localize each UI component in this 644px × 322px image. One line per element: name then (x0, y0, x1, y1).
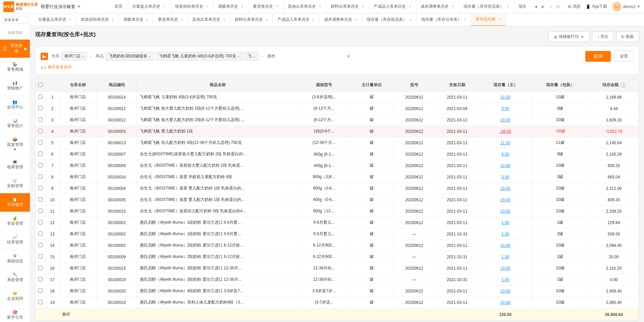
close-tab-chengben[interactable]: × (450, 4, 455, 9)
top-tab-yaohuo[interactable]: 要货单历史 × (249, 0, 284, 13)
close-tab-cailiao[interactable]: × (361, 4, 365, 9)
row-qty-main[interactable]: 10.00 (480, 297, 531, 308)
row-checkbox[interactable] (36, 285, 46, 297)
sidebar-item-jichu[interactable]: ⚙ 基础信息 (0, 250, 30, 268)
sidebar-item-yingxiao[interactable]: 📢 营销推广 (0, 77, 30, 96)
sec-tab-xianzai1[interactable]: 现存量（库存状况表） × (362, 13, 417, 26)
row-checkbox[interactable] (36, 137, 46, 149)
row-qty-main[interactable]: -39.00 (480, 126, 531, 137)
product-tag-1[interactable]: 飞鹤奶粉3段四罐提装 × (106, 52, 154, 60)
warehouse-tag[interactable]: 南岸门店 × (61, 52, 87, 60)
row-qty-main[interactable]: 10.00 (480, 194, 531, 206)
close-tab-fenbi[interactable]: × (162, 4, 167, 9)
sec-tab-xianzai2[interactable]: 现存量（库存分布表） × (417, 13, 471, 26)
sec-close-zuhe[interactable]: × (112, 18, 114, 21)
product-remove-2[interactable]: × (237, 54, 239, 58)
row-qty-main[interactable]: 10.00 (480, 263, 531, 274)
row-checkbox[interactable] (36, 240, 46, 251)
sec-close-xianzai1[interactable]: × (410, 18, 412, 21)
search-input[interactable] (2, 16, 28, 23)
row-checkbox[interactable] (36, 274, 46, 285)
row-checkbox[interactable] (36, 194, 46, 206)
row-checkbox[interactable] (36, 171, 46, 183)
row-checkbox[interactable] (36, 183, 46, 194)
sidebar-item-quicknav[interactable]: 快捷导航 (0, 26, 30, 40)
row-qty-main[interactable]: 10.00 (480, 160, 531, 171)
row-checkbox[interactable] (36, 217, 46, 228)
tab-next-arrow[interactable]: ▶ (540, 3, 546, 10)
sec-close-cailiao[interactable]: × (266, 18, 268, 21)
breadcrumb[interactable]: 母婴行业演示账套 ▼ (41, 4, 81, 10)
row-checkbox[interactable] (36, 126, 46, 137)
row-checkbox[interactable] (36, 206, 46, 217)
balance-info-icon[interactable]: i (621, 83, 625, 88)
top-tab-qitachuku[interactable]: 其他出库单历史 × (284, 0, 327, 13)
setting-btn[interactable]: 设置 (614, 51, 634, 62)
row-checkbox[interactable] (36, 160, 46, 171)
top-tab-fenbi[interactable]: 分量盘点单历史 × (128, 0, 171, 13)
row-qty-main[interactable]: 10.00 (480, 114, 531, 126)
sec-close-chengben[interactable]: × (355, 18, 357, 21)
row-qty-main[interactable]: 0.00 (480, 103, 531, 114)
sec-tab-qitachuku[interactable]: 其他出库单历史 × (187, 13, 230, 26)
row-qty-main[interactable]: 10.00 (480, 206, 531, 217)
close-tab-zuhe[interactable]: × (205, 4, 210, 9)
message-btn[interactable]: ✉ 消息 (568, 4, 581, 9)
sidebar-item-lingshoutongji[interactable]: 📊 零售统计 (0, 114, 30, 133)
product-tag-2[interactable]: 飞鹤星飞帆 儿童奶粉 4段(3-6岁适用) 700克 × (156, 52, 243, 60)
sec-tab-yaohuo[interactable]: 要货单历史 × (153, 13, 188, 26)
row-qty-main[interactable]: 2.00 (480, 228, 531, 240)
tab-more-arrow[interactable]: ⊡ (554, 3, 561, 10)
row-qty-main[interactable]: 11.00 (480, 137, 531, 149)
top-tab-home[interactable]: 首页 (109, 0, 128, 13)
row-qty-main[interactable]: 10.00 (480, 183, 531, 194)
tab-close-arrow[interactable]: × (547, 3, 554, 10)
sec-tab-zuhe[interactable]: 组装拆卸单历史 × (76, 13, 119, 26)
top-tab-zuhe[interactable]: 组装拆卸单历史 × (171, 0, 214, 13)
sidebar-item-caigougly[interactable]: 🛒 采购管理 (0, 174, 30, 193)
row-checkbox[interactable] (36, 114, 46, 126)
sec-close-kucun[interactable]: × (498, 17, 500, 21)
row-qty-main[interactable]: 3.00 (480, 171, 531, 183)
sidebar-item-dianshanggly[interactable]: 💻 电商管理 (0, 156, 30, 174)
sidebar-item-pifa[interactable]: 📦 批发管理 ▼ (0, 133, 30, 156)
expand-filter-btn[interactable]: ▶ (41, 53, 48, 60)
sidebar-item-xinshou[interactable]: 🎯 新手引导 (0, 306, 30, 322)
close-tab-tiaocuo[interactable]: × (240, 4, 245, 9)
sec-tab-fenbi[interactable]: 分量盘点单历史 × (34, 13, 76, 26)
sidebar-item-jingyingly[interactable]: 📈 经营管理 (0, 231, 30, 250)
sidebar-item-qiye[interactable]: 🤝 企业协同 (0, 287, 30, 306)
sec-tab-tiaocuo[interactable]: 调拨单历史 × (119, 13, 153, 26)
row-qty-main[interactable]: 1.00 (480, 274, 531, 285)
row-checkbox[interactable] (36, 251, 46, 263)
sec-tab-cailiao[interactable]: 材料出库单历史 × (230, 13, 273, 26)
sec-close-xianzai2[interactable]: × (464, 18, 466, 21)
close-tab-qitachuku[interactable]: × (318, 4, 322, 9)
row-qty-main[interactable]: 1.00 (480, 251, 531, 263)
row-checkbox[interactable] (36, 92, 46, 103)
top-tab-cailiao[interactable]: 材料出库单历史 × (327, 0, 370, 13)
top-tab-chancheng[interactable]: 产成品入库单历史 × (370, 0, 417, 13)
user-profile[interactable]: Ea demo2 ▼ (612, 2, 641, 11)
refresh-btn[interactable]: ↻ 刷新 (616, 32, 639, 42)
sidebar-item-huiyuan[interactable]: 👥 会员中心 (0, 96, 30, 114)
row-checkbox[interactable] (36, 297, 46, 308)
sidebar-item-zijin[interactable]: 💰 资金管理 (0, 212, 30, 231)
row-checkbox[interactable] (36, 149, 46, 160)
top-tab-xianzai2[interactable]: 现存量（库存分布表） × (515, 0, 526, 13)
row-checkbox[interactable] (36, 103, 46, 114)
sec-close-qita[interactable]: × (223, 18, 225, 21)
sidebar-item-xitong[interactable]: 🔧 系统管理 (0, 268, 30, 287)
close-tab-yaohuo[interactable]: × (275, 4, 279, 9)
row-qty-main[interactable]: 1.00 (480, 217, 531, 228)
expand-more-btn[interactable]: ∨∨ 展开更多条件 (41, 64, 634, 70)
top-tab-chengben[interactable]: 成本调整单历史 × (417, 0, 460, 13)
search-box[interactable] (0, 13, 30, 26)
sidebar-item-kucunheja[interactable]: 📋 库存核算 (0, 193, 30, 212)
product-remove-1[interactable]: × (149, 54, 151, 58)
app-download-btn[interactable]: 📱 App下载 (586, 4, 607, 9)
sec-close-chancheng[interactable]: × (312, 18, 314, 21)
select-all-checkbox[interactable] (38, 83, 43, 87)
product-more-btn[interactable]: ··· (261, 54, 264, 59)
top-tab-tiaocuo[interactable]: 调拨单历史 × (214, 0, 249, 13)
